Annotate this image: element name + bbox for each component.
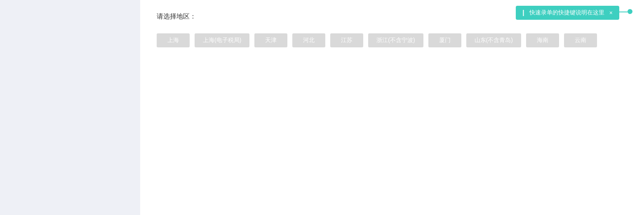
region-button-8[interactable]: 海南 <box>526 33 559 47</box>
region-button-4[interactable]: 江苏 <box>330 33 363 47</box>
region-button-0[interactable]: 上海 <box>157 33 190 47</box>
region-buttons: 上海上海(电子税局)天津河北江苏浙江(不含宁波)厦门山东(不含青岛)海南云南 <box>157 33 628 47</box>
region-button-7[interactable]: 山东(不含青岛) <box>466 33 521 47</box>
region-button-2[interactable]: 天津 <box>254 33 287 47</box>
region-button-9[interactable]: 云南 <box>564 33 597 47</box>
tooltip-close-button[interactable]: × <box>609 9 613 16</box>
tooltip-line <box>619 12 628 12</box>
tooltip-dot <box>628 9 632 14</box>
region-button-5[interactable]: 浙江(不含宁波) <box>368 33 423 47</box>
region-button-1[interactable]: 上海(电子税局) <box>195 33 249 47</box>
tooltip-text: 快速录单的快捷键说明在这里 <box>529 9 604 16</box>
region-button-3[interactable]: 河北 <box>292 33 325 47</box>
tooltip-banner: 快速录单的快捷键说明在这里 × <box>516 6 619 20</box>
main-content: 请选择地区： 上海上海(电子税局)天津河北江苏浙江(不含宁波)厦门山东(不含青岛… <box>140 0 644 215</box>
sidebar <box>0 0 140 215</box>
region-button-6[interactable]: 厦门 <box>428 33 461 47</box>
